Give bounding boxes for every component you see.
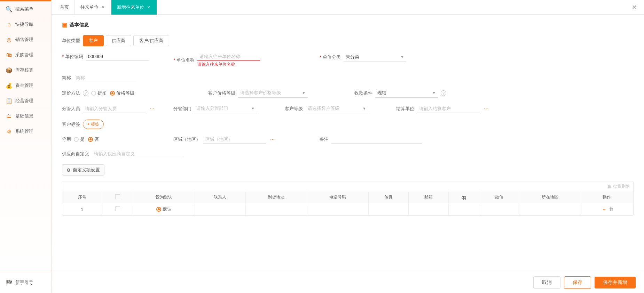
category-value: 未分类	[346, 54, 359, 60]
section-title: ▣ 基本信息	[62, 22, 634, 28]
row-checkbox	[102, 203, 133, 215]
finance-icon: 💰	[6, 82, 13, 89]
home-icon: ⌂	[6, 21, 13, 28]
tab-new-partner-close[interactable]: ✕	[146, 5, 151, 10]
payment-help-icon[interactable]: ?	[441, 90, 446, 96]
sidebar-item-inventory[interactable]: 📦 库存核算	[0, 63, 51, 78]
row-default-radio[interactable]: 默认	[137, 206, 191, 212]
disabled-yes[interactable]: 是	[74, 136, 85, 143]
row-qq	[449, 203, 479, 215]
sidebar-item-management[interactable]: 📋 经营管理	[0, 93, 51, 108]
name-error-msg: 请输入往来单位名称	[197, 62, 260, 67]
col-contact: 联系人	[195, 192, 245, 203]
save-new-button[interactable]: 保存并新增	[595, 277, 636, 288]
sidebar-item-finance[interactable]: 💰 资金管理	[0, 78, 51, 93]
select-all-checkbox[interactable]	[115, 194, 120, 199]
region-input[interactable]	[203, 135, 266, 144]
unit-type-both-btn[interactable]: 客户/供应商	[133, 35, 169, 46]
save-button[interactable]: 保存	[564, 276, 591, 289]
disabled-no[interactable]: 否	[88, 136, 99, 143]
row-region	[519, 203, 581, 215]
col-checkbox	[102, 192, 133, 203]
remark-input[interactable]	[331, 135, 422, 144]
customer-level-label: 客户等级	[285, 106, 303, 112]
name-label: 单位名称	[173, 57, 195, 63]
abbr-label: 简称	[62, 75, 71, 81]
sidebar-item-label: 新手引导	[15, 279, 33, 286]
col-address: 到货地址	[245, 192, 307, 203]
cancel-button[interactable]: 取消	[533, 276, 560, 289]
remark-label: 备注	[320, 136, 329, 143]
pricing-label: 定价方法	[62, 90, 80, 96]
custom-settings-btn[interactable]: ⚙ 自定义项设置	[62, 164, 104, 176]
chevron-down-icon3: ▼	[432, 91, 436, 95]
customer-level-select[interactable]: 请选择客户等级 ▼	[306, 104, 368, 113]
supplier-custom-input[interactable]	[92, 150, 182, 158]
tab-bar: 首页 往来单位 ✕ 新增往来单位 ✕ ✕	[52, 0, 644, 15]
payment-value: 现结	[377, 90, 386, 96]
row-address	[245, 203, 307, 215]
manager-more-btn[interactable]: ···	[148, 106, 156, 112]
tag-add-btn[interactable]: + 标签	[83, 120, 104, 129]
disabled-group: 停用 是 否	[62, 136, 159, 143]
region-more-btn[interactable]: ···	[269, 136, 276, 143]
basic-icon: 🗂	[6, 113, 13, 120]
disabled-row: 停用 是 否 区域（地区） ··· 备注	[62, 135, 634, 144]
pricing-group: 定价方法 ? 折扣 价格等级	[62, 90, 194, 96]
sidebar-item-shortcut[interactable]: ⌂ 快捷导航	[0, 17, 51, 32]
remark-group: 备注	[320, 135, 422, 144]
pricing-level[interactable]: 价格等级	[110, 90, 134, 96]
abbr-input[interactable]	[74, 74, 136, 82]
tab-partner[interactable]: 往来单位 ✕	[75, 0, 111, 15]
dept-select[interactable]: 请输入分管部门 ▼	[194, 104, 257, 113]
pricing-help-icon[interactable]: ?	[83, 90, 88, 96]
row-delete-btn[interactable]: 🗑	[609, 206, 613, 212]
row-select-checkbox[interactable]	[115, 206, 120, 211]
code-input[interactable]	[86, 52, 149, 61]
settlement-input[interactable]	[417, 105, 480, 113]
supplier-custom-group: 供应商自定义	[62, 150, 194, 158]
row-add-btn[interactable]: ＋	[602, 206, 606, 212]
sidebar-item-search[interactable]: 🔍 搜索菜单	[0, 1, 51, 17]
name-group: 单位名称 请输入往来单位名称	[173, 52, 306, 67]
batch-delete-label: 批量删除	[613, 184, 630, 189]
category-select[interactable]: 未分类 ▼	[344, 52, 406, 62]
no-radio-dot	[88, 137, 93, 142]
sidebar-item-purchase[interactable]: 🛍 采购管理	[0, 47, 51, 63]
col-region: 所在地区	[519, 192, 581, 203]
unit-type-customer-btn[interactable]: 客户	[83, 35, 104, 46]
col-qq: qq	[449, 192, 479, 203]
settlement-group: 结算单位 ···	[396, 105, 494, 113]
col-email: 邮箱	[408, 192, 448, 203]
col-phone: 电话号码	[307, 192, 369, 203]
sidebar-item-guide[interactable]: 🏁 新手引导	[0, 275, 51, 290]
sidebar-item-basic[interactable]: 🗂 基础信息	[0, 108, 51, 124]
sidebar-item-sales[interactable]: ◎ 销售管理	[0, 32, 51, 47]
customer-price-select[interactable]: 请选择客户价格等级 ▼	[238, 88, 308, 98]
contacts-table-container: 🗑 批量删除 序号 设为默认 联系人 到货地址 电话号码 传真 邮箱 qq	[62, 181, 634, 216]
supplier-custom-label: 供应商自定义	[62, 151, 89, 157]
sidebar-item-label: 系统管理	[15, 128, 33, 135]
manager-input[interactable]	[83, 105, 146, 113]
sidebar-item-system[interactable]: ⚙ 系统管理	[0, 124, 51, 139]
tab-new-partner[interactable]: 新增往来单位 ✕	[111, 0, 157, 15]
payment-select[interactable]: 现结 ▼	[375, 88, 438, 98]
sidebar-item-label: 基础信息	[15, 113, 33, 119]
disabled-label: 停用	[62, 136, 71, 143]
unit-type-supplier-btn[interactable]: 供应商	[106, 35, 131, 46]
code-group: 单位编码	[62, 52, 159, 61]
tab-partner-close[interactable]: ✕	[101, 5, 105, 10]
settlement-more-btn[interactable]: ···	[482, 106, 490, 112]
window-close-button[interactable]: ✕	[628, 3, 641, 11]
tag-row: 客户标签 + 标签	[62, 120, 634, 129]
tab-home[interactable]: 首页	[54, 0, 75, 15]
manager-row: 分管人员 ··· 分管部门 请输入分管部门 ▼ 客户等级 请选择客户等级 ▼ 结…	[62, 104, 634, 113]
name-input[interactable]	[197, 52, 260, 61]
row-default: 默认	[133, 203, 195, 215]
gear-icon: ⚙	[66, 168, 71, 173]
level-radio-dot	[110, 91, 115, 96]
main-container: 首页 往来单位 ✕ 新增往来单位 ✕ ✕ ▣ 基本信息 单位类型 客户 供应商 …	[52, 0, 644, 293]
col-seq: 序号	[62, 192, 102, 203]
pricing-discount[interactable]: 折扣	[91, 90, 107, 96]
default-radio-dot	[156, 207, 161, 212]
